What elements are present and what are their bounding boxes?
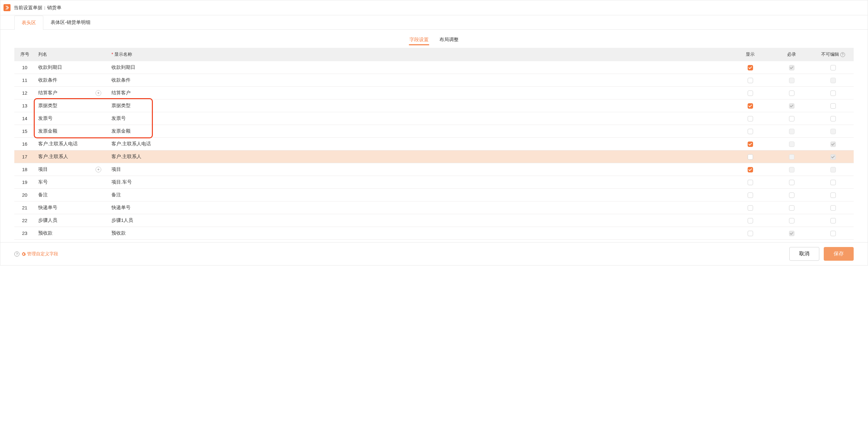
row-display-name[interactable]: 步骤1人员 (108, 214, 730, 227)
cell-req (771, 176, 812, 189)
footer-bar: ? 管理自定义字段 取消 保存 (0, 242, 868, 265)
row-name-label: 收款条件 (38, 77, 57, 83)
row-name-label: 步骤人员 (38, 218, 57, 223)
cell-lock (812, 214, 854, 227)
cell-lock (812, 138, 854, 150)
table-row[interactable]: 18项目+项目 (14, 163, 854, 176)
question-icon[interactable]: ? (14, 252, 20, 257)
show-checkbox[interactable] (748, 154, 753, 160)
show-checkbox[interactable] (748, 116, 753, 121)
save-button[interactable]: 保存 (824, 247, 854, 261)
manage-custom-fields-link[interactable]: 管理自定义字段 (21, 251, 58, 257)
add-subfield-icon[interactable]: + (95, 167, 101, 172)
table-row[interactable]: 17客户.主联系人客户.主联系人 (14, 150, 854, 163)
cell-show (730, 227, 771, 240)
show-checkbox[interactable] (748, 205, 753, 211)
cell-show (730, 150, 771, 163)
cell-req (771, 189, 812, 201)
required-checkbox (789, 103, 795, 109)
cancel-button[interactable]: 取消 (789, 247, 819, 261)
show-checkbox[interactable] (748, 218, 753, 223)
locked-checkbox[interactable] (830, 116, 836, 121)
locked-checkbox[interactable] (830, 193, 836, 198)
row-column-name: 结算客户+ (35, 87, 108, 99)
show-checkbox[interactable] (748, 231, 753, 236)
row-seq: 20 (14, 189, 35, 201)
locked-checkbox[interactable] (830, 218, 836, 223)
row-display-name[interactable]: 发票金额 (108, 125, 730, 138)
row-display-name[interactable]: 结算客户 (108, 87, 730, 99)
table-row[interactable]: 14发票号发票号 (14, 112, 854, 125)
col-header-locked-label: 不可编辑 (821, 52, 839, 57)
row-display-name[interactable]: 项目 (108, 163, 730, 176)
tab-body-area[interactable]: 表体区-销货单明细 (43, 15, 98, 29)
cell-req (771, 74, 812, 87)
table-row[interactable]: 23预收款预收款 (14, 227, 854, 240)
table-row[interactable]: 15发票金额发票金额 (14, 125, 854, 138)
locked-checkbox (830, 142, 836, 147)
show-checkbox[interactable] (748, 129, 753, 134)
tab-field-settings[interactable]: 字段设置 (409, 35, 429, 45)
row-display-name[interactable]: 收款条件 (108, 74, 730, 87)
table-row[interactable]: 16客户.主联系人电话客户.主联系人电话 (14, 138, 854, 150)
locked-checkbox[interactable] (830, 65, 836, 70)
row-display-name[interactable]: 客户.主联系人 (108, 150, 730, 163)
locked-checkbox[interactable] (830, 180, 836, 185)
show-checkbox[interactable] (748, 180, 753, 185)
table-row[interactable]: 22步骤人员步骤1人员 (14, 214, 854, 227)
locked-checkbox[interactable] (830, 90, 836, 96)
show-checkbox[interactable] (748, 65, 753, 70)
show-checkbox[interactable] (748, 103, 753, 109)
row-display-name[interactable]: 客户.主联系人电话 (108, 138, 730, 150)
row-name-label: 发票金额 (38, 128, 57, 134)
row-display-name[interactable]: 预收款 (108, 227, 730, 240)
cell-show (730, 163, 771, 176)
table-row[interactable]: 13票据类型票据类型 (14, 99, 854, 112)
locked-checkbox (830, 154, 836, 160)
show-checkbox[interactable] (748, 90, 753, 96)
table-row[interactable]: 12结算客户+结算客户 (14, 87, 854, 99)
row-display-name[interactable]: 备注 (108, 189, 730, 201)
required-checkbox[interactable] (789, 180, 795, 185)
required-checkbox[interactable] (789, 90, 795, 96)
cell-show (730, 99, 771, 112)
table-row[interactable]: 11收款条件收款条件 (14, 74, 854, 87)
locked-checkbox[interactable] (830, 103, 836, 109)
show-checkbox[interactable] (748, 142, 753, 147)
row-display-name[interactable]: 发票号 (108, 112, 730, 125)
cell-show (730, 87, 771, 99)
table-row[interactable]: 21快递单号快递单号 (14, 201, 854, 214)
show-checkbox[interactable] (748, 78, 753, 83)
table-row[interactable]: 10收款到期日收款到期日 (14, 61, 854, 74)
locked-checkbox[interactable] (830, 205, 836, 211)
tab-header-area[interactable]: 表头区 (14, 16, 43, 30)
add-subfield-icon[interactable]: + (95, 90, 101, 96)
required-checkbox[interactable] (789, 218, 795, 223)
cell-req (771, 163, 812, 176)
row-name-label: 备注 (38, 192, 48, 197)
row-column-name: 步骤人员 (35, 214, 108, 227)
required-checkbox[interactable] (789, 205, 795, 211)
cell-lock (812, 150, 854, 163)
required-checkbox[interactable] (789, 116, 795, 121)
row-display-name[interactable]: 票据类型 (108, 99, 730, 112)
help-icon[interactable]: ? (840, 52, 845, 57)
table-row[interactable]: 19车号项目.车号 (14, 176, 854, 189)
row-column-name: 车号 (35, 176, 108, 189)
expand-panel-icon[interactable] (3, 4, 10, 11)
table-row[interactable]: 20备注备注 (14, 189, 854, 201)
show-checkbox[interactable] (748, 193, 753, 198)
cell-lock (812, 189, 854, 201)
row-display-name[interactable]: 收款到期日 (108, 61, 730, 74)
required-checkbox[interactable] (789, 193, 795, 198)
cell-lock (812, 61, 854, 74)
row-column-name: 发票金额 (35, 125, 108, 138)
tab-layout-adjust[interactable]: 布局调整 (439, 35, 459, 45)
locked-checkbox[interactable] (830, 231, 836, 236)
row-seq: 15 (14, 125, 35, 138)
row-display-name[interactable]: 快递单号 (108, 201, 730, 214)
row-seq: 18 (14, 163, 35, 176)
cell-req (771, 99, 812, 112)
show-checkbox[interactable] (748, 167, 753, 172)
row-display-name[interactable]: 项目.车号 (108, 176, 730, 189)
